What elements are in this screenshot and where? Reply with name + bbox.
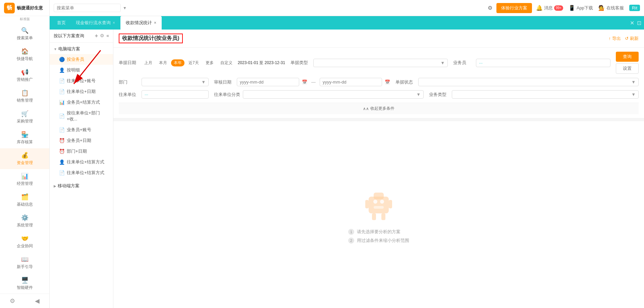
sidebar-item-search[interactable]: 🔍 搜索菜单	[0, 23, 49, 44]
sidebar-label-system: 系统管理	[17, 222, 33, 228]
docstatus-select[interactable]: ▼	[418, 78, 639, 86]
window-close-btn[interactable]: ✕	[630, 20, 634, 26]
sidebar-item-basic[interactable]: 🗂️ 基础信息	[0, 190, 49, 211]
online-service-btn[interactable]: 💁 在线客服	[598, 5, 624, 11]
sidebar-item-system[interactable]: ⚙️ 系统管理	[0, 211, 49, 232]
date-tab-this-month[interactable]: 本月	[156, 59, 170, 66]
mobile-group-header[interactable]: ▶ 移动端方案	[50, 181, 113, 191]
plan-item-salesman-date[interactable]: ⏰ 业务员+日期	[50, 135, 113, 146]
salesman-settle-icon: 📊	[59, 100, 65, 105]
sidebar-item-inventory[interactable]: 🏪 库存核算	[0, 127, 49, 148]
notifications-btn[interactable]: 🔔 消息 99+	[536, 5, 563, 11]
dept-arrow: ▼	[201, 80, 206, 85]
left-panel: 按以下方案查询 + ⚙ « ▼ 电脑端方案 🔵 按业务员	[50, 30, 113, 308]
date-tab-custom[interactable]: 自定义	[218, 59, 235, 66]
app-download-btn[interactable]: 📱 App下载	[569, 5, 593, 11]
page-title: 收款情况统计(按业务员)	[122, 35, 179, 41]
tab-collection[interactable]: 收款情况统计 ×	[120, 16, 162, 30]
plan-item-partner-settle1[interactable]: 👤 往来单位+结算方式	[50, 157, 113, 167]
sidebar-item-guide[interactable]: 📖 新手引导	[0, 252, 49, 273]
plan-item-salesman-account[interactable]: 📄 业务员+账号	[50, 124, 113, 135]
sidebar: 畅 畅捷通好生意 标准版 🔍 搜索菜单 🏠 快捷导航 📢 营销推广 📋 销售管理	[0, 0, 50, 308]
review-date-end[interactable]	[320, 78, 382, 86]
dept-select[interactable]: ▼	[142, 78, 209, 86]
biztype-select[interactable]: ▼	[452, 90, 639, 99]
date-tab-last-month[interactable]: 上月	[142, 59, 155, 66]
export-btn[interactable]: ↑ 导出	[609, 36, 621, 42]
review-date-start[interactable]	[237, 78, 299, 86]
plan-item-partner-dept[interactable]: 📄 按往来单位+部门+收...	[50, 108, 113, 124]
svg-point-2	[373, 200, 377, 204]
sidebar-item-quicknav[interactable]: 🏠 快捷导航	[0, 44, 49, 65]
plan-item-partner-settle2[interactable]: 📄 往来单位+结算方式	[50, 167, 113, 178]
tab-bank[interactable]: 现金银行流水查询 ×	[70, 16, 120, 30]
logo-icon: 畅	[4, 3, 15, 13]
sidebar-item-finance[interactable]: 💰 资金管理	[0, 148, 49, 169]
collapse-icon: ∧∧	[363, 106, 369, 111]
download-icon: 📱	[569, 5, 575, 11]
doctype-label: 单据类型	[290, 60, 311, 66]
date-tab-more[interactable]: 更多	[203, 59, 216, 66]
empty-tip-1: 1 请先选择要分析的方案	[348, 229, 409, 235]
sidebar-label-corp: 企业协同	[17, 243, 33, 249]
plan-item-partner-date[interactable]: 📄 往来单位+日期	[50, 86, 113, 97]
sidebar-nav: 🔍 搜索菜单 🏠 快捷导航 📢 营销推广 📋 销售管理 🛒 采购管理 🏪	[0, 22, 49, 294]
date-tab-7days[interactable]: 近7天	[186, 59, 202, 66]
salesman-select[interactable]: ···	[476, 59, 610, 67]
sidebar-item-corp[interactable]: 🤝 企业协同	[0, 232, 49, 252]
set-btn[interactable]: 设置	[616, 63, 639, 74]
sidebar-label-marketing: 营销推广	[17, 77, 33, 83]
partner-select[interactable]: ···	[142, 90, 209, 99]
date-separator: —	[310, 80, 317, 85]
plan-item-dept-date[interactable]: ⏰ 部门+日期	[50, 146, 113, 157]
mobile-plan-group: ▶ 移动端方案	[50, 179, 113, 192]
pc-group-header[interactable]: ▼ 电脑端方案	[50, 44, 113, 54]
calendar-end-icon[interactable]: 📅	[385, 80, 390, 85]
trial-btn[interactable]: 体验行业方案	[496, 3, 532, 13]
svg-rect-5	[365, 200, 369, 208]
panel-header-actions: + ⚙ «	[95, 33, 109, 39]
doctype-select[interactable]: ▼	[313, 59, 448, 67]
window-maximize-btn[interactable]: ⊡	[637, 20, 641, 26]
plan-item-partner-account[interactable]: 📄 往来单位+账号	[50, 75, 113, 86]
sidebar-item-operation[interactable]: 📊 经营管理	[0, 169, 49, 190]
sidebar-item-sales[interactable]: 📋 销售管理	[0, 86, 49, 107]
sidebar-footer: ⚙ ◀	[0, 294, 49, 308]
plan-label-detail: 按明细	[67, 67, 80, 73]
sidebar-item-hardware[interactable]: 🖥️ 智能硬件	[0, 273, 49, 294]
panel-header: 按以下方案查询 + ⚙ «	[50, 30, 113, 43]
sidebar-item-purchase[interactable]: 🛒 采购管理	[0, 107, 49, 127]
filter-biztype-item: 业务类型 ▼	[429, 90, 639, 99]
topbar: ▼ ⚙ 体验行业方案 🔔 消息 99+ 📱 App下载 💁 在线客服	[50, 0, 644, 16]
gear-button[interactable]: ⚙	[488, 5, 492, 11]
mobile-group-label: 移动端方案	[58, 183, 79, 189]
tab-home[interactable]: 首页	[52, 16, 70, 30]
date-tab-this-year[interactable]: 本年	[171, 59, 184, 66]
plan-item-salesman-settle[interactable]: 📊 业务员+结算方式	[50, 97, 113, 108]
plan-label-salesman: 按业务员	[67, 56, 84, 62]
panel-collapse-btn[interactable]: «	[106, 33, 109, 39]
collapse-bar[interactable]: ∧∧ 收起更多条件	[119, 103, 639, 114]
online-service-label: 在线客服	[606, 5, 624, 11]
home-icon: 🏠	[21, 48, 29, 55]
sidebar-collapse-btn[interactable]: ◀	[35, 297, 40, 305]
sidebar-settings-btn[interactable]: ⚙	[10, 297, 15, 305]
plan-item-salesman[interactable]: 🔵 按业务员	[50, 54, 113, 65]
sidebar-label-hardware: 智能硬件	[17, 285, 33, 291]
sidebar-item-marketing[interactable]: 📢 营销推广	[0, 65, 49, 86]
partner-type-label: 往来单位分类	[214, 92, 240, 98]
finance-icon: 💰	[21, 152, 29, 159]
pc-plan-group: ▼ 电脑端方案 🔵 按业务员 👤 按明细 📄 往来单位+账号	[50, 43, 113, 179]
tab-bank-close[interactable]: ×	[113, 20, 115, 25]
query-btn[interactable]: 查询	[616, 52, 639, 62]
user-avatar[interactable]: Rit	[629, 5, 640, 11]
search-input[interactable]	[54, 4, 121, 12]
plan-settings-btn[interactable]: ⚙	[100, 33, 104, 39]
logo-text: 畅捷通好生意	[17, 5, 43, 11]
refresh-btn[interactable]: ↺ 刷新	[625, 36, 639, 42]
tab-collection-close[interactable]: ×	[154, 20, 156, 25]
plan-item-detail[interactable]: 👤 按明细	[50, 65, 113, 75]
calendar-start-icon[interactable]: 📅	[302, 80, 307, 85]
partner-type-select[interactable]: ▼	[243, 90, 424, 99]
add-plan-btn[interactable]: +	[95, 33, 98, 39]
